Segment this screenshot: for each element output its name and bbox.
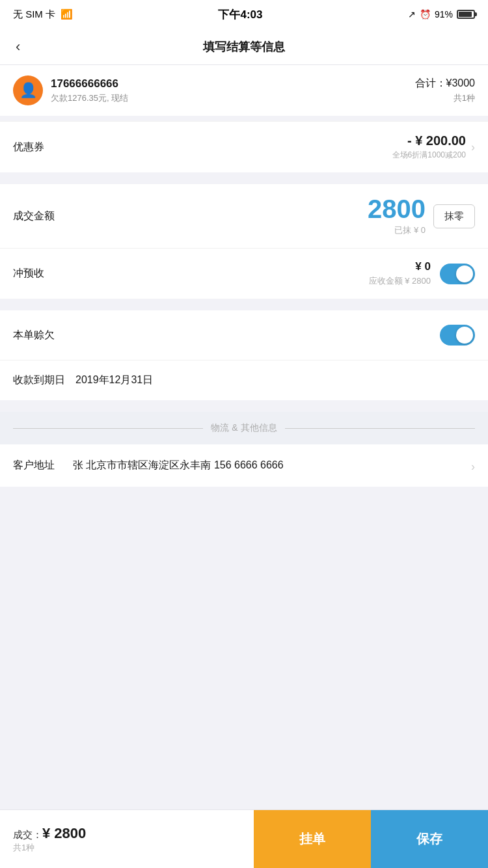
customer-phone: 17666666666 bbox=[51, 77, 128, 90]
section-divider-2 bbox=[0, 304, 488, 310]
address-label: 客户地址 bbox=[13, 459, 65, 472]
bottom-deal-label: 成交：¥ 2800 bbox=[13, 825, 241, 842]
coupon-right: - ¥ 200.00 全场6折满1000减200 › bbox=[392, 133, 475, 161]
customer-card: 👤 17666666666 欠款1276.35元, 现结 合计：¥3000 共1… bbox=[0, 65, 488, 116]
customer-left: 👤 17666666666 欠款1276.35元, 现结 bbox=[13, 75, 128, 105]
prepay-value-block: ¥ 0 应收金额 ¥ 2800 bbox=[369, 260, 431, 287]
address-value: 张 北京市市辖区海淀区永丰南 156 6666 6666 bbox=[73, 457, 463, 473]
prepay-row: 冲预收 ¥ 0 应收金额 ¥ 2800 bbox=[0, 249, 488, 299]
wifi-icon: 📶 bbox=[61, 8, 73, 20]
prepay-right: ¥ 0 应收金额 ¥ 2800 bbox=[369, 260, 475, 287]
due-date-value: 2019年12月31日 bbox=[75, 373, 153, 387]
status-right: ↗ ⏰ 91% bbox=[408, 9, 475, 20]
prepay-sub: 应收金额 ¥ 2800 bbox=[369, 275, 431, 287]
customer-debt: 欠款1276.35元, 现结 bbox=[51, 92, 128, 104]
customer-info: 17666666666 欠款1276.35元, 现结 bbox=[51, 77, 128, 104]
section-divider-1 bbox=[0, 178, 488, 184]
iou-toggle[interactable] bbox=[440, 325, 475, 346]
status-bar: 无 SIM 卡 📶 下午4:03 ↗ ⏰ 91% bbox=[0, 0, 488, 29]
iou-label: 本单赊欠 bbox=[13, 329, 65, 342]
page-title: 填写结算等信息 bbox=[203, 39, 285, 55]
chevron-right-icon: › bbox=[471, 141, 475, 154]
prepay-toggle[interactable] bbox=[440, 264, 475, 284]
bottom-bar: 成交：¥ 2800 共1种 挂单 保存 bbox=[0, 809, 488, 868]
bottom-info: 成交：¥ 2800 共1种 bbox=[0, 825, 254, 854]
due-date-label: 收款到期日 bbox=[13, 373, 65, 387]
logistics-line-right bbox=[285, 428, 475, 429]
coupon-row[interactable]: 优惠券 - ¥ 200.00 全场6折满1000减200 › bbox=[0, 121, 488, 172]
prepay-label: 冲预收 bbox=[13, 267, 65, 280]
deal-value-block: 2800 已抹 ¥ 0 抹零 bbox=[65, 196, 475, 236]
prepay-amount: ¥ 0 bbox=[369, 260, 431, 273]
nav-bar: ‹ 填写结算等信息 bbox=[0, 29, 488, 65]
deal-label: 成交金额 bbox=[13, 210, 65, 223]
logistics-line-left bbox=[13, 428, 203, 429]
deal-amount: 2800 bbox=[368, 196, 426, 222]
logistics-section-label: 物流 & 其他信息 bbox=[0, 412, 488, 444]
iou-section: 本单赊欠 收款到期日 2019年12月31日 bbox=[0, 310, 488, 400]
content: 👤 17666666666 欠款1276.35元, 现结 合计：¥3000 共1… bbox=[0, 65, 488, 649]
coupon-info: - ¥ 200.00 全场6折满1000减200 bbox=[392, 133, 466, 161]
location-icon: ↗ bbox=[408, 9, 416, 20]
customer-right: 合计：¥3000 共1种 bbox=[415, 77, 476, 104]
time-label: 下午4:03 bbox=[218, 7, 262, 22]
address-chevron-icon: › bbox=[471, 460, 475, 474]
back-button[interactable]: ‹ bbox=[10, 33, 25, 61]
coupon-label: 优惠券 bbox=[13, 141, 44, 154]
bottom-count: 共1种 bbox=[13, 842, 241, 854]
deal-amount-block: 2800 已抹 ¥ 0 bbox=[368, 196, 426, 236]
customer-count: 共1种 bbox=[415, 92, 476, 104]
save-button[interactable]: 保存 bbox=[371, 810, 488, 869]
avatar: 👤 bbox=[13, 75, 43, 105]
deal-section: 成交金额 2800 已抹 ¥ 0 抹零 冲预收 ¥ 0 应收金额 ¥ 2800 bbox=[0, 184, 488, 299]
iou-row: 本单赊欠 bbox=[0, 310, 488, 360]
gray-area bbox=[0, 487, 488, 584]
status-left: 无 SIM 卡 📶 bbox=[13, 8, 73, 21]
coupon-amount: - ¥ 200.00 bbox=[392, 133, 466, 148]
battery-icon bbox=[457, 10, 475, 19]
address-row[interactable]: 客户地址 张 北京市市辖区海淀区永丰南 156 6666 6666 › bbox=[0, 444, 488, 487]
iou-toggle-knob bbox=[456, 327, 473, 344]
coupon-desc: 全场6折满1000减200 bbox=[392, 150, 466, 161]
carrier-label: 无 SIM 卡 bbox=[13, 8, 55, 21]
due-date-row: 收款到期日 2019年12月31日 bbox=[0, 360, 488, 400]
round-zero-button[interactable]: 抹零 bbox=[433, 204, 475, 228]
logistics-label: 物流 & 其他信息 bbox=[211, 422, 277, 434]
battery-label: 91% bbox=[435, 9, 453, 20]
section-divider-3 bbox=[0, 405, 488, 412]
alarm-icon: ⏰ bbox=[420, 9, 431, 20]
deal-sub: 已抹 ¥ 0 bbox=[368, 224, 426, 236]
toggle-knob bbox=[456, 265, 473, 282]
deal-row: 成交金额 2800 已抹 ¥ 0 抹零 bbox=[0, 184, 488, 249]
bottom-deal-amount: ¥ 2800 bbox=[42, 825, 86, 841]
customer-total: 合计：¥3000 bbox=[415, 77, 476, 90]
pending-button[interactable]: 挂单 bbox=[254, 810, 371, 869]
